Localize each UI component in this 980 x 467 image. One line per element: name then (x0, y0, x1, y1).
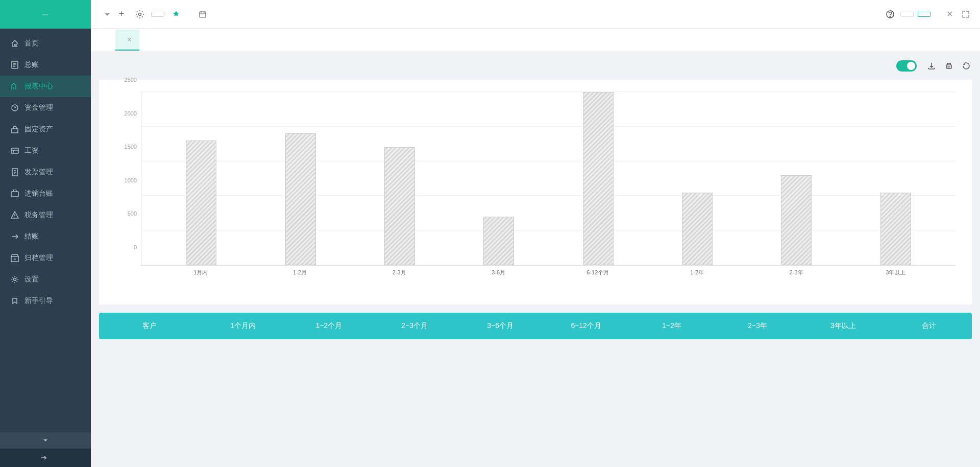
bar-6 (781, 175, 812, 265)
x-label-3: 3-6月 (449, 266, 549, 276)
th-1: 1个月内 (200, 313, 286, 339)
sidebar: 首页总账报表中心资金管理固定资产工资发票管理进销台账税务管理结账归档管理设置新手… (0, 0, 91, 467)
bar-group-7 (846, 92, 945, 265)
sidebar-item-reports[interactable]: 报表中心 (0, 76, 91, 97)
sidebar-item-archive[interactable]: 归档管理 (0, 247, 91, 269)
bar-group-6 (747, 92, 846, 265)
add-button[interactable]: + (114, 7, 129, 21)
user-btn[interactable] (900, 12, 914, 17)
sidebar-item-home[interactable]: 首页 (0, 33, 91, 54)
sidebar-item-tax[interactable]: 税务管理 (0, 204, 91, 226)
nav-label-guide: 新手引导 (24, 296, 53, 306)
sidebar-item-purchase[interactable]: 进销台账 (0, 183, 91, 204)
table-container: 客户1个月内1~2个月2~3个月3~6个月6~12个月1~2年2~3年3年以上合… (99, 313, 972, 339)
sidebar-item-settings[interactable]: 设置 (0, 269, 91, 290)
x-label-5: 1-2年 (648, 266, 747, 276)
sidebar-item-capital[interactable]: 资金管理 (0, 97, 91, 119)
x-label-4: 6-12个月 (548, 266, 648, 276)
reports-icon (10, 82, 19, 91)
tax-icon (10, 211, 19, 220)
bar-4 (583, 92, 614, 265)
chart-container: 05001000150020002500 1月内1-2月2-3月3-6月6-12… (99, 80, 972, 305)
switch-old-btn[interactable] (151, 12, 164, 17)
period-info (192, 10, 206, 18)
sidebar-item-guide[interactable]: 新手引导 (0, 290, 91, 312)
cancel-fixed-btn[interactable] (0, 449, 91, 467)
x-label-2: 2-3月 (350, 266, 449, 276)
bar-group-3 (449, 92, 548, 265)
bar-5 (682, 193, 713, 265)
app-logo[interactable] (0, 0, 91, 29)
page-content: 05001000150020002500 1月内1-2月2-3月3-6月6-12… (91, 52, 980, 467)
y-axis-label-2: 1000 (125, 177, 137, 183)
sidebar-item-assets[interactable]: 固定资产 (0, 119, 91, 140)
scroll-down-btn[interactable] (0, 432, 91, 449)
nav-label-settings: 设置 (24, 275, 39, 284)
nav-label-archive: 归档管理 (24, 253, 53, 263)
tab-close-icon[interactable]: × (128, 36, 131, 43)
print-btn[interactable] (945, 62, 954, 69)
chart-plot (141, 92, 955, 266)
settings-icon[interactable] (133, 7, 147, 21)
y-axis: 05001000150020002500 (115, 77, 141, 250)
x-label-0: 1月内 (151, 266, 251, 276)
x-label-7: 3年以上 (846, 266, 946, 276)
th-8: 3年以上 (800, 313, 886, 339)
sidebar-item-ledger[interactable]: 总账 (0, 54, 91, 76)
refresh-icon (963, 62, 970, 69)
tab-bar: × (91, 29, 980, 52)
nav-label-capital: 资金管理 (24, 103, 53, 112)
sidebar-item-invoice[interactable]: 发票管理 (0, 161, 91, 183)
bar-1 (285, 133, 316, 265)
expand-btn[interactable] (960, 8, 972, 20)
chart-toggle-group (896, 60, 920, 72)
page-toolbar (896, 60, 972, 72)
y-axis-label-3: 1500 (125, 144, 137, 150)
th-0: 客户 (99, 313, 200, 339)
bar-3 (483, 217, 514, 265)
th-5: 6~12个月 (543, 313, 629, 339)
home-icon (10, 39, 19, 48)
nav-label-payroll: 工资 (24, 146, 39, 155)
capital-icon (10, 103, 19, 112)
invoice-icon (10, 168, 19, 177)
tab-home[interactable] (99, 34, 115, 47)
company-dropdown-icon[interactable] (104, 10, 110, 19)
sidebar-item-checkout[interactable]: 结账 (0, 226, 91, 247)
svg-point-9 (139, 13, 141, 15)
tab-ar-aging[interactable]: × (115, 30, 139, 51)
role-btn[interactable] (918, 12, 931, 17)
guide-icon (10, 296, 19, 306)
chart-toggle[interactable] (896, 60, 917, 72)
certified-badge (173, 11, 182, 18)
pro-badge (42, 14, 48, 15)
close-btn[interactable]: ✕ (943, 8, 955, 20)
bar-chart: 05001000150020002500 1月内1-2月2-3月3-6月6-12… (115, 92, 955, 286)
nav-label-checkout: 结账 (24, 232, 39, 241)
bar-group-2 (350, 92, 449, 265)
checkout-icon (10, 232, 19, 241)
settings-icon (10, 275, 19, 284)
svg-rect-5 (11, 192, 18, 197)
svg-point-12 (890, 16, 891, 17)
download-icon (928, 62, 935, 69)
bar-group-5 (648, 92, 747, 265)
nav-label-invoice: 发票管理 (24, 168, 53, 177)
th-9: 合计 (886, 313, 972, 339)
bar-group-1 (251, 92, 350, 265)
svg-rect-10 (200, 12, 206, 17)
sidebar-item-payroll[interactable]: 工资 (0, 140, 91, 161)
page-header (99, 60, 972, 72)
bar-group-0 (152, 92, 251, 265)
bar-0 (186, 141, 216, 265)
print-icon (945, 62, 952, 69)
svg-point-1 (12, 105, 18, 111)
nav-label-ledger: 总账 (24, 60, 39, 69)
nav-label-reports: 报表中心 (24, 82, 53, 91)
download-btn[interactable] (928, 62, 937, 69)
support-btn[interactable] (886, 10, 896, 18)
refresh-btn[interactable] (963, 62, 972, 69)
x-label-6: 2-3年 (747, 266, 846, 276)
y-axis-label-0: 0 (134, 244, 137, 250)
x-label-1: 1-2月 (251, 266, 350, 276)
